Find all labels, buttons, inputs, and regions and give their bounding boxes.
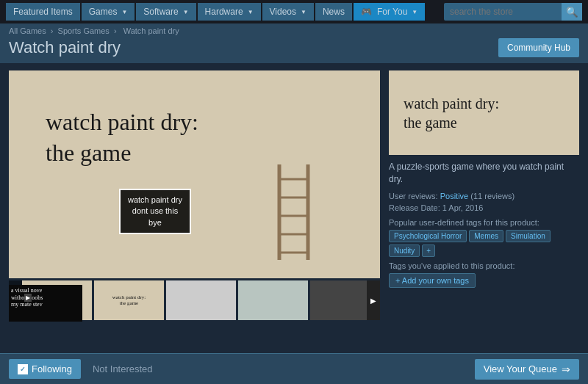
software-chevron-icon: ▼ <box>183 9 189 15</box>
main-video-player[interactable]: watch paint dry: the game watch paint dr… <box>9 70 380 278</box>
video-tooltip: watch paint dry dont use this bye <box>119 189 191 234</box>
videos-chevron-icon: ▼ <box>301 9 306 15</box>
tag-nudity[interactable]: Nudity <box>389 244 420 257</box>
following-label: Following <box>32 363 72 374</box>
games-chevron-icon: ▼ <box>121 9 127 15</box>
reviews-count: (11 reviews) <box>470 192 514 200</box>
release-label: Release Date: <box>389 203 440 212</box>
page-header: Watch paint dry Community Hub <box>0 35 588 63</box>
hardware-chevron-icon: ▼ <box>248 9 254 15</box>
release-row: Release Date: 1 Apr, 2016 <box>389 203 579 212</box>
review-row: User reviews: Positive (11 reviews) <box>389 192 579 200</box>
breadcrumb-current: Watch paint dry <box>123 26 179 35</box>
game-screenshot: watch paint dry: the game <box>389 70 579 155</box>
ladder-illustration <box>273 161 314 264</box>
add-tags-button[interactable]: + Add your own tags <box>389 273 476 288</box>
not-interested-button[interactable]: Not Interested <box>84 359 162 379</box>
video-background: watch paint dry: the game watch paint dr… <box>9 70 380 278</box>
tags-label: Popular user-defined tags for this produ… <box>389 218 579 227</box>
check-icon: ✓ <box>18 364 28 374</box>
search-button[interactable]: 🔍 <box>562 3 582 21</box>
tag-psychological-horror[interactable]: Psychological Horror <box>389 230 467 242</box>
nav-games[interactable]: Games ▼ <box>82 3 135 21</box>
thumbnail-4[interactable] <box>238 280 308 320</box>
nav-videos[interactable]: Videos ▼ <box>262 3 314 21</box>
reviews-score[interactable]: Positive <box>440 192 469 200</box>
breadcrumb-all-games[interactable]: All Games <box>9 26 46 35</box>
tags-row: Psychological Horror Memes Simulation Nu… <box>389 230 579 257</box>
nav-software[interactable]: Software ▼ <box>136 3 196 21</box>
tag-more-button[interactable]: + <box>422 244 435 257</box>
tag-simulation[interactable]: Simulation <box>506 230 551 242</box>
page-title: Watch paint dry <box>9 38 121 57</box>
main-content: watch paint dry: the game watch paint dr… <box>0 63 588 327</box>
view-queue-button[interactable]: View Your Queue ⇒ <box>475 359 579 380</box>
queue-arrow-icon: ⇒ <box>562 363 570 375</box>
info-section: watch paint dry: the game A puzzle-sport… <box>389 70 579 320</box>
breadcrumb-area: All Games › Sports Games › Watch paint d… <box>0 23 588 35</box>
your-tags-label: Tags you've applied to this product: <box>389 261 579 270</box>
view-queue-label: View Your Queue <box>484 363 557 374</box>
release-date: 1 Apr, 2016 <box>442 203 484 212</box>
community-hub-button[interactable]: Community Hub <box>498 38 579 57</box>
search-bar: 🔍 <box>444 3 582 21</box>
nav-for-you[interactable]: 🎮 For You ▼ <box>354 3 425 21</box>
game-screenshot-title: watch paint dry: the game <box>396 87 506 140</box>
nav-featured-items[interactable]: Featured Items <box>6 3 80 21</box>
game-description: A puzzle-sports game where you watch pai… <box>389 161 579 186</box>
media-section: watch paint dry: the game watch paint dr… <box>9 70 380 320</box>
foryou-chevron-icon: ▼ <box>412 9 417 15</box>
search-input[interactable] <box>444 7 562 17</box>
nav-news[interactable]: News <box>315 3 352 21</box>
top-navigation: Featured Items Games ▼ Software ▼ Hardwa… <box>0 0 588 23</box>
video-title-text: watch paint dry: the game <box>46 107 198 168</box>
reviews-label: User reviews: <box>389 192 438 200</box>
tag-memes[interactable]: Memes <box>469 230 503 242</box>
thumb-next-button[interactable]: ▶ <box>367 280 380 320</box>
following-button[interactable]: ✓ Following <box>9 359 81 379</box>
nav-hardware[interactable]: Hardware ▼ <box>198 3 261 21</box>
breadcrumb: All Games › Sports Games › Watch paint d… <box>9 26 579 35</box>
breadcrumb-category[interactable]: Sports Games <box>58 26 110 35</box>
side-video-thumb[interactable]: a visual novewitho▶oobsmy mate stev <box>9 285 82 322</box>
thumbnail-2[interactable]: watch paint dry:the game <box>94 280 164 320</box>
bottom-bar: ✓ Following Not Interested View Your Que… <box>0 353 588 384</box>
thumbnail-3[interactable] <box>166 280 236 320</box>
